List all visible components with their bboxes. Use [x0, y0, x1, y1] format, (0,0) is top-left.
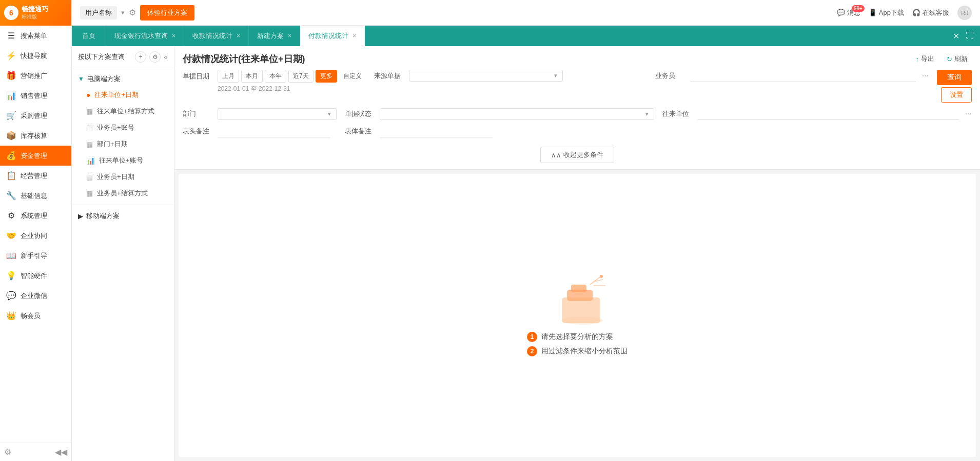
trial-button[interactable]: 体验行业方案: [140, 5, 194, 21]
status-select[interactable]: ▾: [380, 108, 654, 120]
scheme-item-4[interactable]: 📊 往来单位+账号: [72, 152, 174, 169]
sidebar-item-finance[interactable]: 💰 资金管理: [0, 146, 71, 166]
marketing-icon: 🎁: [6, 71, 16, 81]
scheme-active-icon: ●: [86, 91, 90, 99]
sidebar-item-label: 销售管理: [21, 91, 47, 101]
sidebar-item-label: 智能硬件: [21, 271, 47, 280]
sidebar-item-search[interactable]: ☰ 搜索菜单: [0, 26, 71, 46]
sidebar-footer: ⚙ ◀◀: [0, 443, 71, 461]
counterpart-input[interactable]: [697, 108, 959, 120]
header-remark-input[interactable]: [218, 125, 330, 137]
tab-new-scheme[interactable]: 新建方案 ×: [249, 26, 300, 46]
sidebar-item-base[interactable]: 🔧 基础信息: [0, 186, 71, 206]
scheme-item-6[interactable]: ▦ 业务员+结算方式: [72, 185, 174, 202]
dept-select[interactable]: ▾: [218, 108, 337, 120]
topbar-username[interactable]: 用户名称: [80, 6, 117, 19]
empty-state: 1 请先选择要分析的方案 2 用过滤条件来缩小分析范围: [179, 174, 976, 457]
add-scheme-button[interactable]: +: [135, 51, 146, 63]
sidebar-item-management[interactable]: 📋 经营管理: [0, 166, 71, 186]
sidebar-item-wechat[interactable]: 💬 企业微信: [0, 286, 71, 306]
notice-badge: 99+: [852, 5, 865, 12]
staff-dots-icon[interactable]: ···: [922, 71, 929, 81]
guide-icon: 📖: [6, 251, 16, 260]
topbar-chevron-icon[interactable]: ▾: [121, 9, 125, 16]
this-year-btn[interactable]: 本年: [265, 70, 286, 83]
tab-payment-stats[interactable]: 付款情况统计 ×: [300, 26, 365, 46]
sidebar-item-label: 营销推广: [21, 71, 47, 81]
collapse-sidebar-icon[interactable]: ◀◀: [55, 447, 67, 457]
source-chevron-icon: ▾: [554, 72, 557, 79]
sidebar-item-member[interactable]: 👑 畅会员: [0, 306, 71, 326]
date-buttons-group: 上月 本月 本年 近7天 更多 自定义: [218, 70, 366, 83]
tab-close-icon[interactable]: ×: [172, 32, 175, 39]
last-month-btn[interactable]: 上月: [218, 70, 239, 83]
app-name: 畅捷通巧: [22, 5, 48, 13]
last-7days-btn[interactable]: 近7天: [288, 70, 313, 83]
app-version: 标准版: [22, 13, 48, 21]
scheme-settings-button[interactable]: ⚙: [149, 51, 161, 63]
pc-scheme-group-title[interactable]: ▼ 电脑端方案: [72, 71, 174, 87]
collapse-filter-button[interactable]: ∧∧ 收起更多条件: [540, 147, 614, 163]
app-title-group: 畅捷通巧 标准版: [22, 5, 48, 21]
tab-close-icon[interactable]: ×: [237, 32, 240, 39]
query-button[interactable]: 查询: [937, 70, 972, 85]
scheme-item-label: 业务员+结算方式: [97, 189, 148, 198]
sidebar: 6 畅捷通巧 标准版 ☰ 搜索菜单 ⚡ 快捷导航 🎁 营销推广 📊 销售管理 🛒…: [0, 0, 72, 461]
purchase-icon: 🛒: [6, 111, 16, 121]
date-range-display: 2022-01-01 至 2022-12-31: [183, 85, 366, 93]
collapse-panel-icon[interactable]: «: [164, 53, 168, 61]
online-service-button[interactable]: 🎧 在线客服: [912, 8, 949, 17]
sidebar-item-collab[interactable]: 🤝 企业协同: [0, 226, 71, 246]
scheme-chart-icon: 📊: [86, 156, 95, 165]
sidebar-item-purchase[interactable]: 🛒 采购管理: [0, 106, 71, 126]
sidebar-item-label: 快捷导航: [21, 51, 47, 61]
svg-line-6: [593, 279, 603, 282]
close-all-tabs-icon[interactable]: ✕: [951, 29, 962, 43]
more-date-btn[interactable]: 更多: [316, 70, 337, 83]
sidebar-item-inventory[interactable]: 📦 库存核算: [0, 126, 71, 146]
notice-button[interactable]: 💬 消息 99+: [837, 8, 860, 17]
mobile-scheme-group-title[interactable]: ▶ 移动端方案: [72, 208, 174, 224]
staff-input[interactable]: [690, 70, 915, 82]
settings-footer-icon[interactable]: ⚙: [4, 447, 11, 457]
tab-home[interactable]: 首页: [72, 26, 106, 46]
chevron-down-icon: ▼: [78, 75, 84, 83]
refresh-button[interactable]: ↻ 刷新: [943, 52, 972, 66]
app-download-button[interactable]: 📱 App下载: [869, 8, 904, 17]
this-month-btn[interactable]: 本月: [241, 70, 263, 83]
tab-close-icon[interactable]: ×: [288, 32, 291, 39]
sidebar-item-sales[interactable]: 📊 销售管理: [0, 86, 71, 106]
export-button[interactable]: ↑ 导出: [912, 52, 939, 66]
sidebar-item-hardware[interactable]: 💡 智能硬件: [0, 266, 71, 286]
user-avatar[interactable]: Rit: [957, 6, 972, 20]
sidebar-item-label: 库存核算: [21, 131, 47, 141]
scheme-panel-header: 按以下方案查询 + ⚙ «: [72, 46, 174, 68]
body-remark-input[interactable]: [380, 125, 493, 137]
scheme-item-2[interactable]: ▦ 业务员+账号: [72, 119, 174, 136]
staff-label: 业务员: [655, 71, 686, 81]
scheme-item-label: 业务员+日期: [97, 172, 134, 182]
scheme-item-5[interactable]: ▦ 业务员+日期: [72, 169, 174, 185]
scheme-item-3[interactable]: ▦ 部门+日期: [72, 136, 174, 152]
empty-hint-1: 1 请先选择要分析的方案: [527, 332, 628, 342]
svg-rect-1: [562, 297, 600, 323]
sidebar-item-quicknav[interactable]: ⚡ 快捷导航: [0, 46, 71, 66]
sidebar-item-system[interactable]: ⚙ 系统管理: [0, 206, 71, 226]
counterpart-dots-icon[interactable]: ···: [965, 109, 972, 118]
sidebar-item-label: 新手引导: [21, 251, 47, 260]
sidebar-item-marketing[interactable]: 🎁 营销推广: [0, 66, 71, 86]
scheme-panel: 按以下方案查询 + ⚙ « ▼ 电脑端方案 ● 往来单位+日期 ▦: [72, 46, 174, 461]
tab-close-icon[interactable]: ×: [352, 32, 356, 39]
custom-date-btn[interactable]: 自定义: [339, 70, 366, 82]
topbar-gear-icon[interactable]: ⚙: [129, 8, 136, 17]
svg-point-5: [600, 275, 603, 278]
source-select[interactable]: ▾: [409, 70, 563, 82]
scheme-item-1[interactable]: ▦ 往来单位+结算方式: [72, 103, 174, 119]
tab-receipt-stats[interactable]: 收款情况统计 ×: [184, 26, 249, 46]
sidebar-item-guide[interactable]: 📖 新手引导: [0, 246, 71, 266]
tab-cash-flow[interactable]: 现金银行流水查询 ×: [106, 26, 184, 46]
scheme-panel-actions: + ⚙ «: [135, 51, 168, 63]
maximize-icon[interactable]: ⛶: [964, 29, 976, 43]
scheme-item-0[interactable]: ● 往来单位+日期: [72, 87, 174, 103]
settings-button[interactable]: 设置: [941, 87, 972, 103]
